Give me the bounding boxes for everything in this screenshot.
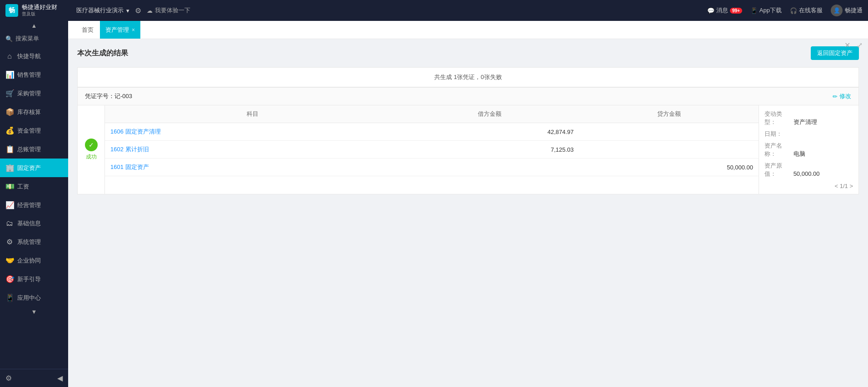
search-icon: 🔍: [5, 35, 13, 42]
side-pagination[interactable]: < 1/1 >: [764, 183, 853, 189]
topbar-right: 💬 消息 99+ 📱 App下载 🎧 在线客服 👤 畅捷通: [707, 5, 863, 16]
cloud-icon: ☁: [147, 7, 153, 14]
sidebar-item-funds[interactable]: 💰 资金管理: [0, 121, 68, 140]
row2-debit: 7,125.03: [400, 141, 579, 159]
sidebar-item-enterprise[interactable]: 🤝 企业协同: [0, 251, 68, 270]
page-header: 本次生成的结果 返回固定资产: [77, 46, 859, 60]
summary-text: 共生成 1张凭证，0张失败: [434, 74, 501, 80]
row3-credit: 50,000.00: [579, 159, 759, 176]
summary-bar: 共生成 1张凭证，0张失败: [77, 67, 859, 87]
sidebar-search[interactable]: 🔍 搜索菜单: [0, 30, 68, 47]
message-badge: 99+: [730, 8, 742, 14]
enterprise-icon: 🤝: [5, 256, 14, 265]
settings-bottom-icon[interactable]: ⚙: [5, 374, 12, 382]
sidebar-scroll-down[interactable]: ▼: [0, 307, 68, 316]
payroll-icon: 💵: [5, 182, 14, 191]
logo-sub: 普及版: [22, 11, 57, 17]
sidebar-item-operations[interactable]: 📈 经营管理: [0, 196, 68, 214]
panel-close-button[interactable]: ✕: [843, 40, 852, 50]
date-label: 日期：: [764, 130, 792, 138]
online-service-button[interactable]: 🎧 在线客服: [790, 6, 823, 15]
home-icon: ⌂: [5, 52, 14, 60]
tab-bar: 首页 资产管理 ×: [68, 21, 868, 39]
tab-home[interactable]: 首页: [75, 21, 100, 39]
sidebar-item-purchase[interactable]: 🛒 采购管理: [0, 84, 68, 103]
success-indicator: ✓ 成功: [78, 105, 105, 194]
sidebar-scroll-up[interactable]: ▲: [0, 21, 68, 30]
table-row: 1606 固定资产清理 42,874.97: [105, 123, 759, 141]
avatar-icon: 👤: [833, 7, 840, 14]
topbar: 畅 畅捷通好业财 普及版 医疗器械行业演示 ▾ ⚙ ☁ 我要体验一下 💬 消息 …: [0, 0, 868, 21]
logo: 畅 畅捷通好业财 普及版: [5, 4, 73, 17]
panel-expand-button[interactable]: ⤢: [855, 40, 864, 50]
col-credit: 贷方金额: [579, 105, 759, 123]
app-download-label: App下载: [759, 6, 782, 15]
sidebar-item-label: 经营管理: [17, 201, 41, 209]
company-settings-icon[interactable]: ⚙: [135, 6, 141, 15]
sidebar-item-label: 新手引导: [17, 275, 41, 283]
basics-icon: 🗂: [5, 219, 14, 228]
ops-icon: 📈: [5, 201, 14, 209]
sidebar-item-payroll[interactable]: 💵 工资: [0, 177, 68, 196]
sidebar-item-fixed-assets[interactable]: 🏢 固定资产: [0, 159, 68, 177]
company-selector[interactable]: 医疗器械行业演示 ▾: [73, 6, 133, 15]
user-menu[interactable]: 👤 畅捷通: [831, 5, 863, 16]
message-button[interactable]: 💬 消息 99+: [707, 6, 742, 15]
col-debit: 借方金额: [400, 105, 579, 123]
pagination-prev[interactable]: <: [835, 183, 838, 189]
sidebar-item-sales[interactable]: 📊 销售管理: [0, 65, 68, 84]
app-download-button[interactable]: 📱 App下载: [750, 6, 782, 15]
voucher-number: 凭证字号：记-003: [85, 92, 132, 100]
sidebar-item-label: 资金管理: [17, 127, 41, 135]
edit-button[interactable]: ✏ 修改: [833, 92, 851, 100]
user-name: 畅捷通: [845, 6, 863, 15]
online-service-label: 在线客服: [799, 6, 823, 15]
sidebar-item-guide[interactable]: 🎯 新手引导: [0, 270, 68, 288]
asset-name-row: 资产名称： 电脑: [764, 142, 853, 158]
voucher-header: 凭证字号：记-003 ✏ 修改: [78, 88, 858, 105]
chevron-down-icon: ▾: [126, 7, 129, 14]
asset-name-value: 电脑: [794, 150, 805, 157]
sidebar-item-label: 销售管理: [17, 71, 41, 79]
page-content: 本次生成的结果 返回固定资产 共生成 1张凭证，0张失败 凭证字号：记-003 …: [68, 39, 868, 387]
asset-value-row: 资产原值： 50,000.00: [764, 162, 853, 178]
tab-close-button[interactable]: ×: [132, 27, 135, 33]
experience-button[interactable]: ☁ 我要体验一下: [147, 6, 190, 15]
apps-icon: 📱: [5, 293, 14, 302]
row2-credit: [579, 141, 759, 159]
change-type-value: 资产清理: [794, 119, 817, 125]
row3-debit: [400, 159, 579, 176]
sidebar-item-label: 采购管理: [17, 89, 41, 98]
pagination-next[interactable]: >: [849, 183, 853, 189]
tab-active-label: 资产管理: [105, 26, 129, 34]
sidebar-item-label: 基础信息: [17, 219, 41, 228]
sidebar-bottom: ⚙ ◀: [0, 369, 68, 387]
sidebar-item-label: 快捷导航: [17, 52, 41, 60]
experience-label: 我要体验一下: [155, 6, 190, 15]
sidebar-item-inventory[interactable]: 📦 库存核算: [0, 103, 68, 121]
sidebar-item-ledger[interactable]: 📋 总账管理: [0, 140, 68, 159]
message-label: 消息: [716, 6, 728, 15]
content-wrapper: 首页 资产管理 × ✕ ⤢ 本次生成的结果 返回固定资产 共生成 1张凭证，0张…: [68, 21, 868, 387]
sidebar-item-quick-nav[interactable]: ⌂ 快捷导航: [0, 47, 68, 65]
collapse-icon[interactable]: ◀: [57, 374, 63, 382]
edit-label: 修改: [839, 92, 851, 100]
sidebar-item-basics[interactable]: 🗂 基础信息: [0, 214, 68, 233]
row1-subject: 1606 固定资产清理: [105, 123, 400, 141]
voucher-table: 科目 借方金额 贷方金额 1606 固定资产清理 42,874.97: [105, 105, 759, 194]
panel-controls: ✕ ⤢: [843, 40, 864, 50]
sidebar-item-system[interactable]: ⚙ 系统管理: [0, 233, 68, 251]
asset-name-label: 资产名称：: [764, 142, 792, 158]
table-row: 1602 累计折旧 7,125.03: [105, 141, 759, 159]
row1-credit: [579, 123, 759, 141]
ledger-icon: 📋: [5, 145, 14, 154]
sidebar-item-label: 固定资产: [17, 164, 41, 172]
change-type-label: 变动类型：: [764, 110, 792, 126]
asset-value-label: 资产原值：: [764, 162, 792, 178]
tab-asset-management[interactable]: 资产管理 ×: [100, 21, 140, 39]
sidebar-item-apps[interactable]: 📱 应用中心: [0, 288, 68, 307]
headset-icon: 🎧: [790, 7, 797, 14]
sidebar-item-label: 工资: [17, 183, 29, 191]
company-name: 医疗器械行业演示: [76, 6, 124, 15]
box-icon: 📦: [5, 108, 14, 116]
